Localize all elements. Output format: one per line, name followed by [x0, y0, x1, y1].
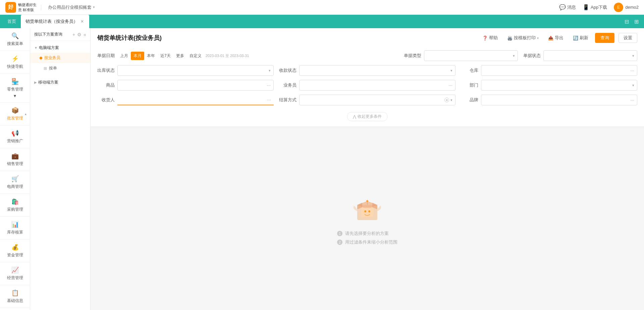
- sidebar-item-ecommerce[interactable]: 🛒 电商管理: [0, 171, 30, 194]
- purchase-icon: 🛍️: [11, 198, 19, 205]
- export-label: 导出: [555, 35, 564, 41]
- goods-label: 商品: [97, 82, 115, 88]
- date-tab-7days[interactable]: 近7天: [158, 52, 173, 60]
- settle-control[interactable]: ✕ ▾: [299, 95, 455, 105]
- goods-more-icon[interactable]: ···: [267, 83, 271, 88]
- template-print-btn[interactable]: 🖨️ 按模板打印 ▾: [504, 34, 541, 42]
- receiver-more-icon[interactable]: ···: [267, 97, 271, 102]
- logo-icon: 好: [5, 2, 16, 13]
- filter-item-dept: 部门 ▾: [461, 80, 637, 91]
- help-btn[interactable]: ❓ 帮助: [480, 34, 500, 42]
- warehouse-more-icon[interactable]: ···: [630, 68, 634, 73]
- svg-point-8: [366, 200, 368, 202]
- settle-close-icon[interactable]: ✕: [444, 98, 449, 102]
- tab-close-icon[interactable]: ✕: [80, 18, 85, 24]
- sidebar-item-quick-nav[interactable]: ⚡ 快捷导航: [0, 51, 30, 74]
- settings-label: 设置: [624, 35, 632, 40]
- tab-expand-icon[interactable]: ⊞: [633, 17, 640, 26]
- app-title-area[interactable]: 办公用品行业模拟账套 ▾: [48, 4, 95, 10]
- sidebar-item-basic[interactable]: 📋 基础信息: [0, 285, 30, 308]
- app-title-arrow[interactable]: ▾: [93, 5, 95, 9]
- staff-more-icon[interactable]: ···: [448, 83, 452, 88]
- header-right: 💬 消息 📱 App下载 E demo2: [559, 3, 639, 12]
- sidebar-item-finance[interactable]: 💰 资金管理: [0, 240, 30, 262]
- basic-icon: 📋: [11, 289, 19, 297]
- scheme-group-arrow: ▼: [34, 46, 38, 50]
- template-print-icon: 🖨️: [507, 36, 513, 41]
- doc-type-arrow-icon: ▾: [513, 54, 515, 58]
- refresh-btn[interactable]: 🔄 刷新: [570, 34, 591, 42]
- export-btn[interactable]: 📤 导出: [545, 34, 566, 42]
- sidebar-item-wholesale[interactable]: 📦 批发管理: [0, 103, 30, 125]
- add-scheme-icon[interactable]: +: [72, 32, 75, 37]
- dept-control[interactable]: ▾: [481, 80, 637, 91]
- tab-minimize-icon[interactable]: ⊟: [623, 17, 630, 26]
- sidebar: 🔍 搜索菜单 ⚡ 快捷导航 🏪 零售管理 📦 批发管理 📢 营销推广 💼 销售管…: [0, 28, 30, 310]
- filter-item-date: 单据日期 上月 本月 本年 近7天 更多 自定义 2023-03-01 至 20…: [97, 52, 398, 60]
- sidebar-item-retail[interactable]: 🏪 零售管理: [0, 74, 30, 103]
- left-panel: 按以下方案查询 + ⚙ « ▼ 电脑端方案 按业务员 ⊞ 按单: [30, 28, 91, 310]
- date-label: 单据日期: [97, 53, 115, 59]
- message-label: 消息: [567, 4, 576, 10]
- scheme-item-by-staff-label: 按业务员: [44, 55, 60, 61]
- brand-more-icon[interactable]: ···: [630, 97, 634, 103]
- sidebar-item-sales[interactable]: 💼 销售管理: [0, 148, 30, 171]
- out-status-arrow-icon: ▾: [269, 68, 271, 73]
- filter-row-4: 收货人 ··· 结算方式 ✕ ▾: [97, 95, 637, 105]
- collapse-btn[interactable]: ⋀ 收起更多条件: [347, 112, 387, 121]
- sidebar-label-inventory: 库存核算: [7, 229, 23, 235]
- left-panel-header: 按以下方案查询 + ⚙ «: [30, 28, 90, 41]
- retail-icon: 🏪: [11, 78, 19, 85]
- tab-sales-stat-label: 销货单统计表（按业务员）: [25, 18, 78, 24]
- scheme-group-desktop-header[interactable]: ▼ 电脑端方案: [30, 43, 90, 53]
- hint1-num: 1: [337, 231, 342, 236]
- doc-type-control[interactable]: ▾: [424, 50, 518, 61]
- collect-status-control[interactable]: ▾: [299, 65, 455, 76]
- brand-control[interactable]: ···: [481, 95, 637, 105]
- sidebar-item-system[interactable]: ⚙️ 系统管理: [0, 308, 30, 310]
- out-status-label: 出库状态: [97, 67, 115, 73]
- message-action[interactable]: 💬 消息: [559, 4, 576, 10]
- scheme-sub-item-by-order[interactable]: ⊞ 按单: [30, 63, 90, 73]
- logo-area[interactable]: 好 畅捷通好生意 标准版: [5, 2, 38, 13]
- sidebar-label-quick-nav: 快捷导航: [7, 64, 23, 69]
- receiver-control[interactable]: ···: [117, 95, 274, 105]
- out-status-control[interactable]: ▾: [117, 65, 274, 76]
- date-tab-last-month[interactable]: 上月: [117, 52, 131, 60]
- date-tab-custom[interactable]: 自定义: [187, 52, 204, 60]
- collapse-row: ⋀ 收起更多条件: [97, 109, 637, 122]
- goods-control[interactable]: ···: [117, 80, 274, 91]
- scheme-settings-icon[interactable]: ⚙: [77, 32, 82, 37]
- filter-item-settle: 结算方式 ✕ ▾: [279, 95, 455, 105]
- sidebar-item-marketing[interactable]: 📢 营销推广: [0, 125, 30, 148]
- sidebar-item-search-menu[interactable]: 🔍 搜索菜单: [0, 28, 30, 51]
- warehouse-control[interactable]: ···: [481, 65, 637, 76]
- sidebar-item-inventory[interactable]: 📊 库存核算: [0, 217, 30, 240]
- tab-sales-stat[interactable]: 销货单统计表（按业务员） ✕: [21, 15, 89, 28]
- logo-text: 畅捷通好生意 标准版: [18, 2, 38, 12]
- user-area[interactable]: E demo2: [614, 3, 639, 12]
- header-left: 好 畅捷通好生意 标准版 办公用品行业模拟账套 ▾: [5, 2, 95, 13]
- staff-control[interactable]: ···: [299, 80, 455, 91]
- dept-arrow-icon: ▾: [632, 83, 634, 88]
- tab-home[interactable]: 首页: [3, 15, 21, 28]
- date-tab-this-year[interactable]: 本年: [144, 52, 158, 60]
- scheme-item-by-staff[interactable]: 按业务员: [30, 53, 90, 63]
- app-download-action[interactable]: 📱 App下载: [583, 4, 607, 10]
- svg-rect-4: [361, 208, 373, 217]
- date-range-text: 2023-03-01 至 2023-03-31: [206, 53, 249, 58]
- settings-btn[interactable]: 设置: [619, 33, 637, 43]
- svg-point-6: [368, 210, 370, 212]
- query-btn[interactable]: 查询: [595, 33, 614, 43]
- filter-item-out-status: 出库状态 ▾: [97, 65, 274, 76]
- sidebar-item-purchase[interactable]: 🛍️ 采购管理: [0, 194, 30, 217]
- doc-status-control[interactable]: ▾: [543, 50, 637, 61]
- date-tab-more[interactable]: 更多: [173, 52, 187, 60]
- scheme-group-mobile-header[interactable]: ▶ 移动端方案: [30, 78, 90, 87]
- filter-item-receiver: 收货人 ···: [97, 95, 274, 105]
- scheme-collapse-icon[interactable]: «: [84, 32, 86, 37]
- help-icon: ❓: [482, 36, 488, 41]
- sidebar-item-operation[interactable]: 📈 经营管理: [0, 262, 30, 285]
- date-tab-this-month[interactable]: 本月: [131, 52, 144, 60]
- doc-status-arrow-icon: ▾: [632, 54, 634, 58]
